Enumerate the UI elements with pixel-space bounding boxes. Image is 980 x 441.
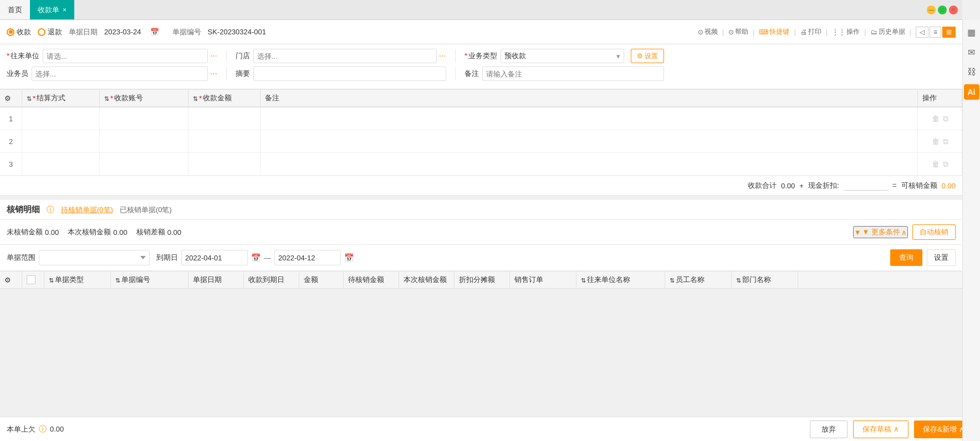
- filter-icon: ▼: [854, 228, 861, 237]
- history-icon: 🗂: [871, 28, 877, 36]
- delete-icon-2[interactable]: 🗑: [932, 137, 940, 146]
- sub-th-gear[interactable]: ⚙: [0, 271, 22, 288]
- hx-done-tab[interactable]: 已核销单据(0笔): [120, 205, 172, 215]
- calendar-icon[interactable]: 📅: [150, 28, 159, 36]
- tab-home[interactable]: 首页: [0, 0, 30, 19]
- docnum-field-value[interactable]: SK-20230324-001: [208, 28, 267, 36]
- print-link[interactable]: 🖨 打印: [800, 27, 821, 37]
- view-btn-grid[interactable]: ≡: [930, 27, 941, 38]
- td-amount-2[interactable]: [188, 130, 261, 152]
- delete-icon-1[interactable]: 🗑: [932, 114, 940, 123]
- td-settlement-2[interactable]: [22, 130, 100, 152]
- td-note-2[interactable]: [261, 130, 918, 152]
- docnum-field-label: 单据编号: [172, 27, 201, 37]
- video-link[interactable]: ⊙ 视频: [698, 27, 718, 37]
- td-account-3[interactable]: [100, 153, 188, 175]
- auto-clear-button[interactable]: 自动核销: [912, 224, 956, 240]
- copy-icon-3[interactable]: ⧉: [943, 160, 948, 169]
- right-sidebar: ▦ ✉ ⛓ Ai: [962, 20, 980, 441]
- staff-ellipsis[interactable]: ···: [210, 69, 217, 78]
- tab-close-icon[interactable]: ×: [63, 6, 67, 14]
- td-settlement-3[interactable]: [22, 153, 100, 175]
- settings-button[interactable]: ⚙ 设置: [631, 49, 664, 63]
- window-close-button[interactable]: ×: [949, 6, 958, 14]
- td-amount-1[interactable]: [188, 107, 261, 130]
- td-account-1[interactable]: [100, 107, 188, 130]
- shortcut-link[interactable]: ⌨ 快捷键: [759, 27, 789, 37]
- calendar-to-icon[interactable]: 📅: [344, 253, 354, 262]
- staff-input[interactable]: [32, 66, 208, 81]
- copy-icon-1[interactable]: ⧉: [943, 114, 948, 124]
- available-label: 可核销金额: [901, 181, 937, 191]
- delete-icon-3[interactable]: 🗑: [932, 160, 940, 168]
- sidebar-email-icon[interactable]: ✉: [964, 44, 979, 60]
- date-field-label: 单据日期: [69, 27, 98, 37]
- radio-tuikuan[interactable]: 退款: [38, 27, 62, 37]
- hx-header: 核销明细 ⓘ 待核销单据(0笔) 已核销单据(0笔): [0, 200, 962, 220]
- sidebar-ai-button[interactable]: Ai: [964, 84, 979, 100]
- email-icon: ✉: [968, 47, 975, 58]
- save-draft-button[interactable]: 保存草稿 ∧: [853, 421, 908, 438]
- view-btn-list[interactable]: ◁: [916, 27, 928, 38]
- calendar-from-icon[interactable]: 📅: [251, 253, 261, 262]
- th-account: * 收款账号: [100, 90, 188, 106]
- td-note-3[interactable]: [261, 153, 918, 175]
- biz-type-select[interactable]: 预收款 ▾: [501, 49, 624, 63]
- td-amount-3[interactable]: [188, 153, 261, 175]
- discount-input[interactable]: [844, 181, 888, 191]
- eq-sign: =: [892, 181, 897, 190]
- td-settlement-1[interactable]: [22, 107, 100, 130]
- date-field-value[interactable]: 2023-03-24: [104, 28, 141, 36]
- store-field: 门店 ···: [236, 49, 446, 63]
- store-ellipsis[interactable]: ···: [439, 52, 446, 60]
- query-button[interactable]: 查询: [890, 249, 922, 266]
- date-from-input[interactable]: [181, 250, 248, 265]
- radio-shoukuan[interactable]: 收款: [7, 27, 31, 37]
- sub-th-order: 销售订单: [510, 271, 576, 288]
- discard-button[interactable]: 放弃: [810, 421, 848, 438]
- note-input[interactable]: [482, 66, 664, 81]
- sidebar-table-icon[interactable]: ▦: [964, 24, 979, 40]
- td-rownum-3: 3: [0, 153, 22, 175]
- ops-link[interactable]: ⋮⋮ 操作: [832, 27, 860, 37]
- bottom-info-icon[interactable]: ⓘ: [39, 424, 47, 434]
- hx-pending-tab[interactable]: 待核销单据(0笔): [61, 205, 113, 215]
- tab-active-label: 收款单: [38, 5, 59, 15]
- summary-input[interactable]: [253, 66, 446, 81]
- current-stat: 本次核销金额 0.00: [68, 227, 127, 237]
- sidebar-link-icon[interactable]: ⛓: [964, 64, 979, 80]
- help-link[interactable]: ⊙ 帮助: [728, 27, 748, 37]
- store-input[interactable]: [253, 49, 437, 63]
- filter-settings-button[interactable]: 设置: [927, 249, 956, 266]
- range-select[interactable]: [39, 250, 150, 265]
- window-max-button[interactable]: □: [938, 6, 947, 14]
- view-btn-table[interactable]: ⊞: [942, 27, 956, 38]
- tab-active[interactable]: 收款单 ×: [30, 0, 74, 19]
- counterpart-input[interactable]: [43, 49, 208, 63]
- td-note-1[interactable]: [261, 107, 918, 130]
- th-amount: * 收款金额: [188, 90, 261, 106]
- hx-title: 核销明细: [7, 204, 40, 215]
- uncancelled-stat: 未核销金额 0.00: [7, 227, 59, 237]
- sub-table-header: ⚙ 单据类型 单据编号 单据日期 收款到期日 金额 待: [0, 271, 962, 289]
- summary-field: 摘要: [236, 66, 446, 81]
- date-to-input[interactable]: [274, 250, 341, 265]
- counterpart-ellipsis[interactable]: ···: [210, 52, 217, 60]
- table-header: ⚙ * 结算方式 * 收款账号 * 收款金额 备注 操作: [0, 89, 962, 107]
- plus-sign: +: [799, 182, 804, 190]
- sub-th-check[interactable]: [22, 271, 44, 288]
- td-account-2[interactable]: [100, 130, 188, 152]
- more-filters-button[interactable]: ▼ ▼ 更多条件 ∧: [853, 226, 908, 238]
- th-gear[interactable]: ⚙: [0, 90, 22, 106]
- help-icon: ⊙: [728, 28, 734, 36]
- history-link[interactable]: 🗂 历史单据: [871, 27, 905, 37]
- copy-icon-2[interactable]: ⧉: [943, 137, 948, 146]
- window-min-button[interactable]: —: [927, 6, 936, 14]
- checkbox-all[interactable]: [27, 275, 35, 284]
- range-field: 单据范围: [7, 250, 150, 265]
- hx-info-icon[interactable]: ⓘ: [47, 205, 54, 215]
- bottom-right: 放弃 保存草稿 ∧ 保存&新增 ∧: [810, 421, 973, 438]
- table-row: 2 🗑 ⧉: [0, 130, 962, 153]
- tab-home-label: 首页: [8, 5, 22, 15]
- sub-th-current: 本次核销金额: [399, 271, 455, 288]
